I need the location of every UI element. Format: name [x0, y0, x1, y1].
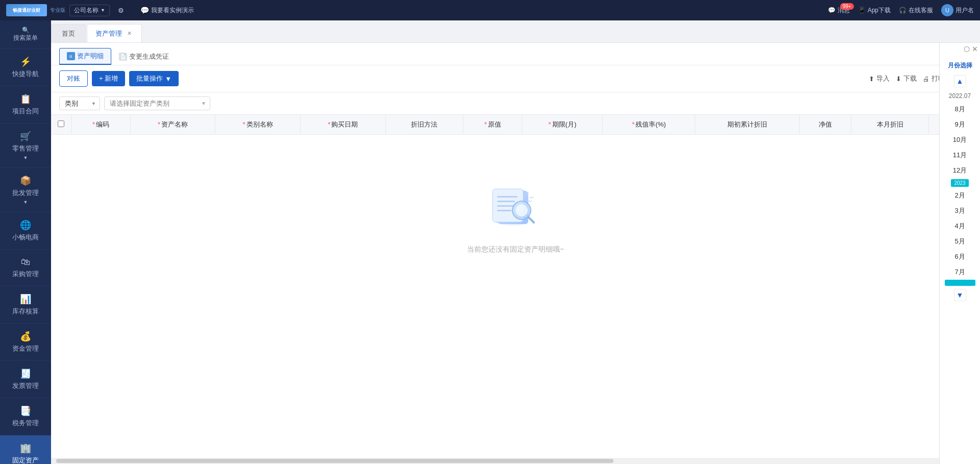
company-selector[interactable]: 公司名称 ▼	[69, 5, 110, 16]
svg-point-9	[516, 204, 528, 216]
sidebar-item-label-ecommerce: 小畅电商	[12, 233, 39, 242]
user-avatar: U	[941, 4, 953, 16]
invoice-icon: 🧾	[20, 368, 31, 379]
user-name: 用户名	[955, 6, 974, 15]
month-item-12[interactable]: 12月	[945, 163, 975, 178]
tab-asset[interactable]: 资产管理 ✕	[87, 24, 142, 42]
th-monthly-depreciation: 本月折旧	[851, 115, 929, 135]
sidebar-item-label-quicknav: 快捷导航	[12, 69, 39, 79]
toolbar: 对账 + 新增 批量操作 ▼ ⬆ 导入 ⬇ 下载 🖨	[51, 65, 980, 92]
wholesale-icon: 📦	[20, 175, 31, 186]
sidebar-item-finance[interactable]: 💰 资金管理	[0, 324, 51, 361]
dropdown-arrow-icon: ▼	[101, 8, 105, 13]
import-button[interactable]: ⬆ 导入	[869, 74, 890, 83]
th-original-value: *原值	[463, 115, 522, 135]
month-item-6[interactable]: 7月	[945, 264, 975, 280]
month-item-4[interactable]: 5月	[945, 234, 975, 249]
sidebar-item-wholesale[interactable]: 📦 批发管理 ▼	[0, 168, 51, 212]
category-input[interactable]	[104, 96, 210, 110]
th-depreciation-method: 折旧方法	[385, 115, 463, 135]
month-item-5[interactable]: 6月	[945, 249, 975, 264]
sidebar-item-tax[interactable]: 📑 税务管理	[0, 398, 51, 435]
sidebar-item-purchase[interactable]: 🛍 采购管理	[0, 250, 51, 286]
th-checkbox	[51, 115, 71, 135]
table-body: 当前您还没有固定资产明细哦~	[51, 135, 980, 296]
filter-arrow-icon: ▼	[201, 101, 206, 106]
month-next-button[interactable]: ▼	[954, 289, 966, 301]
download-label: 下载	[903, 74, 917, 83]
month-nav-down-row: ▼	[951, 286, 969, 304]
th-code: *编码	[71, 115, 130, 135]
tab-bar: 首页 资产管理 ✕	[51, 20, 980, 43]
sidebar-item-fixed-asset[interactable]: 🏢 固定资产	[0, 435, 51, 464]
demo-icon: 💬	[140, 6, 149, 14]
main-layout: 🔍 搜索菜单 ⚡ 快捷导航 📋 项目合同 🛒 零售管理 ▼ 📦 批发管理 ▼ 🌐…	[0, 20, 980, 464]
category-filter-select[interactable]: 类别	[59, 96, 100, 110]
app-download-button[interactable]: 📱 App下载	[858, 6, 891, 15]
download-icon: ⬇	[896, 75, 901, 83]
online-service-button[interactable]: 🎧 在线客服	[899, 6, 933, 15]
select-all-checkbox[interactable]	[58, 120, 64, 127]
th-category: *类别名称	[215, 115, 301, 135]
sub-tab-change[interactable]: 📄 变更生成凭证	[111, 48, 177, 65]
quicknav-icon: ⚡	[20, 56, 31, 67]
sidebar-item-ecommerce[interactable]: 🌐 小畅电商	[0, 212, 51, 250]
month-item-3[interactable]: 4月	[945, 218, 975, 234]
year-marker-badge: 2023	[951, 179, 968, 187]
batch-button[interactable]: 批量操作 ▼	[129, 71, 179, 86]
inventory-icon: 📊	[20, 294, 31, 305]
sub-tab-bar: ≡ 资产明细 📄 变更生成凭证	[51, 43, 980, 65]
reconcile-button[interactable]: 对账	[59, 70, 88, 87]
month-item-10[interactable]: 10月	[945, 132, 975, 148]
tab-home-label: 首页	[62, 29, 75, 38]
top-bar-left: 畅捷通好业财 专业版 公司名称 ▼ ⚙ 💬 我要看实例演示	[6, 3, 194, 17]
sidebar-item-project[interactable]: 📋 项目合同	[0, 86, 51, 124]
month-panel-content: 月份选择 ▲ 2022.07 8月 9月 10月 11月 12月 2023 2月…	[940, 115, 980, 304]
sidebar-item-label-inventory: 库存核算	[12, 307, 39, 316]
demo-label: 我要看实例演示	[151, 6, 194, 15]
sidebar-item-invoice[interactable]: 🧾 发票管理	[0, 361, 51, 398]
download-button[interactable]: ⬇ 下载	[896, 74, 917, 83]
sidebar-item-label-finance: 资金管理	[12, 344, 39, 353]
online-service-label: 在线客服	[909, 6, 933, 15]
user-menu[interactable]: U 用户名	[941, 4, 974, 16]
message-button[interactable]: 💬 消息 99+	[828, 6, 850, 15]
retail-expand-icon: ▼	[23, 155, 28, 160]
sidebar-item-inventory[interactable]: 📊 库存核算	[0, 286, 51, 324]
month-item-1[interactable]: 2月	[945, 188, 975, 203]
settings-icon[interactable]: ⚙	[114, 3, 128, 17]
service-icon: 🎧	[899, 7, 906, 14]
batch-label: 批量操作	[136, 74, 163, 83]
top-bar: 畅捷通好业财 专业版 公司名称 ▼ ⚙ 💬 我要看实例演示 💬 消息 99+ 📱…	[0, 0, 980, 20]
tab-home[interactable]: 首页	[51, 24, 86, 42]
sub-tab-change-label: 变更生成凭证	[129, 52, 169, 61]
ecommerce-icon: 🌐	[20, 219, 31, 231]
sidebar-item-retail[interactable]: 🛒 零售管理 ▼	[0, 124, 51, 168]
sidebar-item-label-project: 项目合同	[12, 107, 39, 116]
top-bar-right: 💬 消息 99+ 📱 App下载 🎧 在线客服 U 用户名	[828, 4, 974, 16]
purchase-icon: 🛍	[21, 257, 30, 267]
th-net-value: 净值	[799, 115, 851, 135]
tab-close-icon[interactable]: ✕	[125, 30, 133, 38]
brand-name: 畅捷通好业财	[13, 7, 40, 14]
month-item-11[interactable]: 11月	[945, 148, 975, 163]
svg-line-10	[528, 217, 534, 223]
empty-row: 当前您还没有固定资产明细哦~	[51, 135, 980, 296]
fixed-asset-icon: 🏢	[20, 443, 31, 454]
horizontal-scrollbar[interactable]	[51, 458, 980, 464]
month-item-7[interactable]	[945, 280, 975, 286]
month-item-2[interactable]: 3月	[945, 203, 975, 218]
add-button[interactable]: + 新增	[92, 71, 125, 86]
page-content: ≡ 资产明细 📄 变更生成凭证 对账 + 新增 批量操作 ▼ ⬆	[51, 43, 980, 464]
demo-link[interactable]: 💬 我要看实例演示	[140, 6, 194, 15]
sidebar-item-search[interactable]: 🔍 搜索菜单	[0, 20, 51, 49]
scrollbar-thumb	[56, 459, 614, 463]
month-item-9[interactable]: 9月	[945, 117, 975, 132]
svg-rect-7	[497, 210, 511, 211]
sub-tab-detail[interactable]: ≡ 资产明细	[59, 48, 111, 65]
sidebar-item-quicknav[interactable]: ⚡ 快捷导航	[0, 49, 51, 86]
svg-rect-5	[497, 201, 515, 202]
tax-icon: 📑	[20, 405, 31, 417]
change-tab-icon: 📄	[119, 53, 127, 61]
sub-tab-detail-label: 资产明细	[77, 52, 104, 61]
